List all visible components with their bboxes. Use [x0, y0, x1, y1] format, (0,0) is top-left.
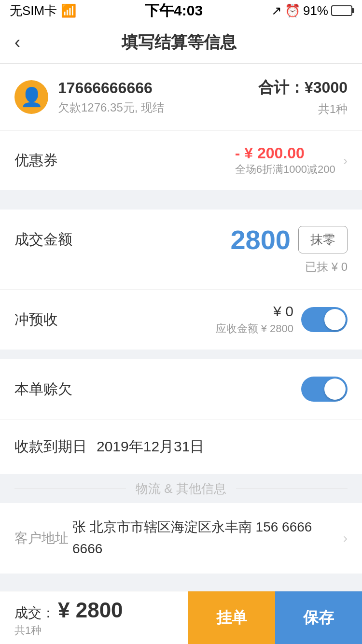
duedate-label: 收款到期日: [14, 437, 87, 457]
total-count: 共1种: [258, 101, 348, 117]
wifi-icon: 📶: [61, 3, 76, 18]
customer-phone: 17666666666: [58, 79, 258, 97]
logistics-text: 物流 & 其他信息: [126, 480, 236, 497]
avatar-icon: 👤: [20, 86, 43, 108]
carrier-text: 无SIM卡: [10, 2, 57, 19]
prepay-right: ¥ 0 应收金额 ¥ 2800: [216, 303, 348, 336]
prepay-amount: ¥ 0: [216, 303, 293, 320]
back-button[interactable]: ‹: [14, 32, 20, 53]
battery-percent: 91%: [303, 3, 328, 18]
amount-value: 2800: [230, 224, 291, 255]
coupon-arrow-icon: ›: [343, 153, 348, 168]
address-value: 张 北京市市辖区海淀区永丰南 156 6666 6666: [72, 517, 338, 560]
bottom-amount-row: 成交： ¥ 2800: [14, 598, 174, 622]
address-section[interactable]: 客户地址 张 北京市市辖区海淀区永丰南 156 6666 6666 ›: [0, 503, 362, 574]
debt-toggle-knob: [324, 378, 346, 400]
total-amount: 合计：¥3000: [258, 77, 348, 98]
content: 👤 17666666666 欠款1276.35元, 现结 合计：¥3000 共1…: [0, 64, 362, 644]
prepay-toggle[interactable]: [301, 307, 348, 332]
coupon-label: 优惠券: [14, 151, 235, 170]
prepay-sub: 应收金额 ¥ 2800: [216, 322, 293, 336]
section-divider-1: [0, 200, 362, 210]
hold-button[interactable]: 挂单: [188, 591, 275, 644]
battery-icon: [331, 5, 352, 16]
logistics-divider: 物流 & 其他信息: [0, 474, 362, 503]
status-bar: 无SIM卡 📶 下午4:03 ↗ ⏰ 91%: [0, 0, 362, 21]
customer-row: 👤 17666666666 欠款1276.35元, 现结 合计：¥3000 共1…: [0, 64, 362, 130]
customer-info: 17666666666 欠款1276.35元, 现结: [58, 79, 258, 115]
coupon-desc: 全场6折满1000减200: [235, 162, 335, 177]
prepay-section: 冲预收 ¥ 0 应收金额 ¥ 2800: [0, 289, 362, 350]
prepay-amount-block: ¥ 0 应收金额 ¥ 2800: [216, 303, 293, 336]
bottom-count: 共1种: [14, 623, 174, 638]
duedate-value: 2019年12月31日: [97, 437, 204, 457]
status-right: ↗ ⏰ 91%: [271, 3, 352, 18]
status-left: 无SIM卡 📶: [10, 2, 76, 19]
alarm-icon: ⏰: [285, 3, 300, 18]
page-title: 填写结算等信息: [30, 31, 328, 54]
round-button[interactable]: 抹零: [298, 226, 348, 253]
prepay-label: 冲预收: [14, 310, 216, 330]
coupon-discount: - ¥ 200.00: [235, 144, 335, 162]
amount-sub: 已抹 ¥ 0: [14, 259, 348, 275]
avatar: 👤: [14, 80, 48, 114]
customer-total: 合计：¥3000 共1种: [258, 77, 348, 117]
customer-sub: 欠款1276.35元, 现结: [58, 100, 258, 115]
coupon-right: - ¥ 200.00 全场6折满1000减200 ›: [235, 144, 348, 177]
toggle-knob: [324, 309, 346, 330]
debt-section: 本单赊欠: [0, 359, 362, 419]
address-arrow-icon: ›: [343, 531, 348, 546]
duedate-section: 收款到期日 2019年12月31日: [0, 419, 362, 474]
debt-toggle[interactable]: [301, 377, 348, 402]
status-time: 下午4:03: [145, 1, 203, 21]
amount-row: 成交金额 2800 抹零: [14, 224, 348, 255]
amount-right: 2800 抹零: [230, 224, 348, 255]
bottom-deal-label: 成交：: [14, 604, 55, 622]
amount-section: 成交金额 2800 抹零 已抹 ¥ 0: [0, 210, 362, 289]
coupon-row[interactable]: 优惠券 - ¥ 200.00 全场6折满1000减200 ›: [0, 130, 362, 190]
bottom-bar: 成交： ¥ 2800 共1种 挂单 保存: [0, 591, 362, 644]
location-icon: ↗: [271, 3, 282, 18]
customer-card: 👤 17666666666 欠款1276.35元, 现结 合计：¥3000 共1…: [0, 64, 362, 190]
bottom-deal-amount: ¥ 2800: [58, 598, 123, 622]
amount-label: 成交金额: [14, 230, 72, 250]
debt-label: 本单赊欠: [14, 379, 301, 399]
nav-bar: ‹ 填写结算等信息: [0, 21, 362, 64]
address-label: 客户地址: [14, 529, 72, 547]
section-divider-2: [0, 350, 362, 359]
bottom-summary: 成交： ¥ 2800 共1种: [0, 598, 188, 638]
save-button[interactable]: 保存: [275, 591, 362, 644]
